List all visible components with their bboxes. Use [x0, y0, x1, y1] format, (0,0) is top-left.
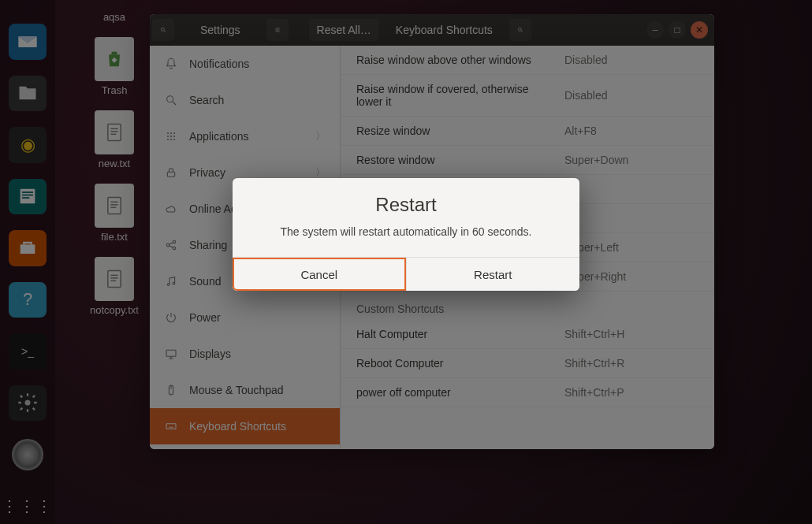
dialog-title: Restart: [233, 178, 579, 222]
dialog-message: The system will restart automatically in…: [233, 222, 579, 257]
restart-dialog: Restart The system will restart automati…: [233, 178, 579, 291]
dialog-buttons: Cancel Restart: [233, 257, 579, 291]
modal-overlay: Restart The system will restart automati…: [0, 0, 812, 524]
cancel-button[interactable]: Cancel: [233, 258, 406, 291]
restart-button[interactable]: Restart: [406, 258, 580, 291]
